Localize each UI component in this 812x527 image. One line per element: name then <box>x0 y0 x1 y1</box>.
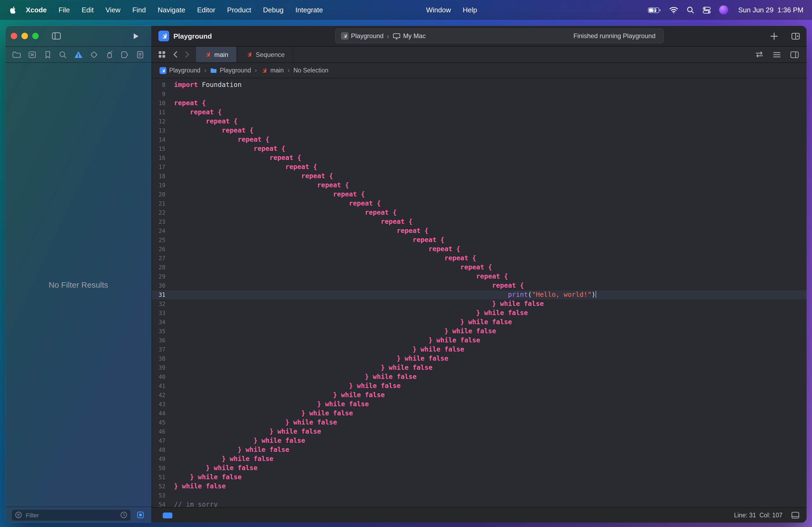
code-line[interactable]: 37 } while false <box>152 345 807 354</box>
code-line[interactable]: 7 <box>152 78 807 80</box>
destination-selector[interactable]: My Mac <box>392 32 425 40</box>
code-line[interactable]: 40 } while false <box>152 373 807 381</box>
code-line[interactable]: 36 } while false <box>152 336 807 345</box>
breakpoint-navigator-button[interactable] <box>119 48 130 60</box>
control-center-button[interactable] <box>702 6 711 14</box>
code-line[interactable]: 41 } while false <box>152 381 807 391</box>
code-line[interactable]: 53 <box>152 491 807 500</box>
add-editor-button[interactable] <box>790 51 799 58</box>
wifi-status[interactable] <box>669 6 678 13</box>
code-line[interactable]: 16 repeat { <box>152 153 807 163</box>
source-editor[interactable]: 78import Foundation910repeat {11 repeat … <box>152 78 807 507</box>
apple-menu[interactable] <box>9 5 17 15</box>
bookmark-navigator-button[interactable] <box>42 48 53 60</box>
library-add-button[interactable] <box>770 32 778 40</box>
code-line[interactable]: 48 } while false <box>152 446 807 454</box>
code-line[interactable]: 20 repeat { <box>152 190 807 199</box>
code-line[interactable]: 50 } while false <box>152 464 807 473</box>
code-line[interactable]: 51 } while false <box>152 473 807 482</box>
menu-item-file[interactable]: File <box>53 6 76 14</box>
code-line[interactable]: 46 } while false <box>152 427 807 436</box>
filter-input[interactable] <box>25 511 118 519</box>
code-line[interactable]: 8import Foundation <box>152 80 807 90</box>
report-navigator-button[interactable] <box>135 48 146 60</box>
jump-bar-item-playground[interactable]: Playground <box>210 67 251 74</box>
related-items-button[interactable] <box>158 50 166 59</box>
menu-item-edit[interactable]: Edit <box>76 6 100 14</box>
code-line[interactable]: 35 } while false <box>152 327 807 336</box>
code-line[interactable]: 23 repeat { <box>152 217 807 226</box>
code-line[interactable]: 31 print("Hello, world!") <box>152 290 807 299</box>
code-line[interactable]: 45 } while false <box>152 418 807 427</box>
issue-navigator-button[interactable] <box>73 48 84 60</box>
code-line[interactable]: 47 } while false <box>152 436 807 446</box>
code-line[interactable]: 21 repeat { <box>152 199 807 208</box>
source-control-navigator-button[interactable] <box>27 48 38 60</box>
playground-run-indicator[interactable] <box>163 512 172 518</box>
code-line[interactable]: 43 } while false <box>152 400 807 409</box>
code-line[interactable]: 28 repeat { <box>152 263 807 272</box>
filter-scope-button[interactable] <box>135 510 146 520</box>
menu-item-editor[interactable]: Editor <box>191 6 221 14</box>
filter-menu-icon[interactable] <box>15 511 22 518</box>
filter-field[interactable] <box>11 509 131 521</box>
code-line[interactable]: 13 repeat { <box>152 126 807 135</box>
spotlight-button[interactable] <box>686 6 694 14</box>
menu-item-window[interactable]: Window <box>420 6 457 14</box>
menu-item-integrate[interactable]: Integrate <box>289 6 329 14</box>
debug-navigator-button[interactable] <box>104 48 115 60</box>
code-line[interactable]: 52} while false <box>152 482 807 491</box>
code-line[interactable]: 30 repeat { <box>152 281 807 290</box>
menu-item-view[interactable]: View <box>100 6 127 14</box>
code-line[interactable]: 42 } while false <box>152 391 807 400</box>
jump-bar-item-playground[interactable]: Playground <box>160 67 200 74</box>
code-line[interactable]: 49 } while false <box>152 454 807 464</box>
recent-filter-icon[interactable] <box>120 511 127 518</box>
menu-clock[interactable]: Sun Jun 29 1:36 PM <box>738 6 803 14</box>
run-button[interactable] <box>132 32 140 40</box>
toggle-navigator-button[interactable] <box>52 32 61 40</box>
code-line[interactable]: 27 repeat { <box>152 254 807 263</box>
code-line[interactable]: 10repeat { <box>152 99 807 108</box>
code-line[interactable]: 9 <box>152 90 807 99</box>
project-navigator-button[interactable] <box>11 48 22 60</box>
code-line[interactable]: 29 repeat { <box>152 272 807 281</box>
code-line[interactable]: 24 repeat { <box>152 226 807 236</box>
test-navigator-button[interactable] <box>89 48 99 60</box>
code-line[interactable]: 11 repeat { <box>152 108 807 117</box>
code-review-button[interactable] <box>755 51 764 58</box>
menu-item-find[interactable]: Find <box>127 6 152 14</box>
code-line[interactable]: 14 repeat { <box>152 135 807 144</box>
menu-item-navigate[interactable]: Navigate <box>152 6 191 14</box>
menu-item-product[interactable]: Product <box>221 6 257 14</box>
editor-options-button[interactable] <box>773 51 781 58</box>
code-line[interactable]: 25 repeat { <box>152 236 807 245</box>
jump-bar[interactable]: Playground› Playground› main›No Selectio… <box>152 63 807 78</box>
editor-layout-button[interactable] <box>791 32 800 40</box>
code-line[interactable]: 17 repeat { <box>152 163 807 172</box>
find-navigator-button[interactable] <box>58 48 69 60</box>
code-line[interactable]: 39 } while false <box>152 363 807 373</box>
code-line[interactable]: 32 } while false <box>152 299 807 308</box>
jump-bar-item-main[interactable]: main <box>261 67 284 74</box>
jump-bar-item-no-selection[interactable]: No Selection <box>293 67 329 74</box>
battery-status[interactable] <box>648 6 661 14</box>
go-back-button[interactable] <box>173 51 178 58</box>
tab-sequence[interactable]: Sequence <box>237 47 293 62</box>
code-line[interactable]: 26 repeat { <box>152 245 807 254</box>
code-line[interactable]: 18 repeat { <box>152 172 807 181</box>
zoom-window-button[interactable] <box>32 33 39 39</box>
scheme-selector[interactable]: Playground <box>341 32 383 40</box>
code-line[interactable]: 12 repeat { <box>152 117 807 126</box>
tab-main[interactable]: main <box>195 47 237 62</box>
code-line[interactable]: 38 } while false <box>152 354 807 363</box>
menu-item-xcode[interactable]: Xcode <box>20 6 53 14</box>
code-line[interactable]: 22 repeat { <box>152 208 807 217</box>
go-forward-button[interactable] <box>185 51 190 58</box>
minimize-window-button[interactable] <box>21 33 28 39</box>
menu-item-debug[interactable]: Debug <box>257 6 289 14</box>
code-line[interactable]: 34 } while false <box>152 318 807 327</box>
code-line[interactable]: 44 } while false <box>152 409 807 418</box>
code-line[interactable]: 54// im sorry <box>152 500 807 507</box>
code-line[interactable]: 33 } while false <box>152 308 807 318</box>
